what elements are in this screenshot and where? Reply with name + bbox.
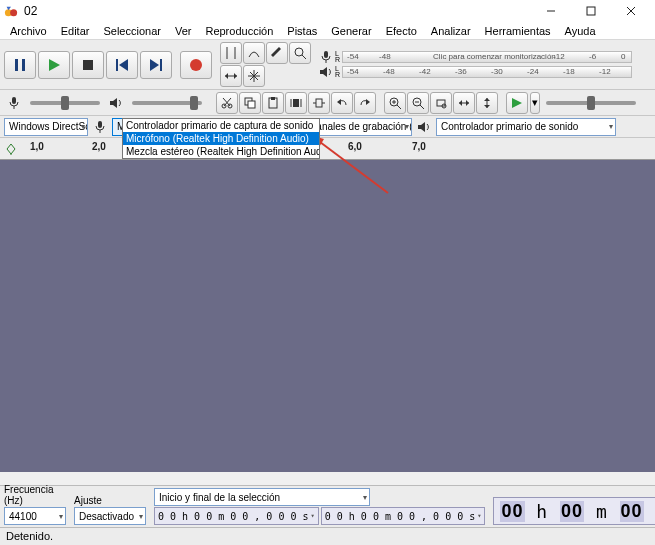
record-volume-slider[interactable] xyxy=(30,101,100,105)
svg-rect-29 xyxy=(12,97,16,104)
speaker-icon[interactable] xyxy=(319,66,333,78)
play-meter[interactable]: -54-48-42-36-30-24-18-12 xyxy=(342,66,632,78)
svg-line-18 xyxy=(302,55,306,59)
audio-position-time[interactable]: 00 h 00 m 00 s▾ xyxy=(493,497,655,525)
draw-tool[interactable] xyxy=(266,42,288,64)
skip-start-button[interactable] xyxy=(106,51,138,79)
play-volume-slider[interactable] xyxy=(132,101,202,105)
selection-tool[interactable] xyxy=(220,42,242,64)
device-toolbar: Windows DirectSou Micrófono (Realtek Hig… xyxy=(0,116,655,138)
mixer-edit-toolbar: ▾ xyxy=(0,90,655,116)
trim-button[interactable] xyxy=(285,92,307,114)
svg-rect-6 xyxy=(15,59,18,71)
maximize-button[interactable] xyxy=(571,0,611,22)
mic-vol-icon xyxy=(4,93,24,113)
cut-button[interactable] xyxy=(216,92,238,114)
copy-button[interactable] xyxy=(239,92,261,114)
pause-button[interactable] xyxy=(4,51,36,79)
multi-tool[interactable] xyxy=(243,65,265,87)
svg-marker-62 xyxy=(484,105,490,108)
edit-toolbar xyxy=(216,92,376,114)
svg-marker-63 xyxy=(512,98,522,108)
menu-seleccionar[interactable]: Seleccionar xyxy=(97,24,166,38)
tools-toolbar xyxy=(220,42,311,87)
menu-ver[interactable]: Ver xyxy=(169,24,198,38)
svg-rect-9 xyxy=(83,60,93,70)
titlebar: 02 xyxy=(0,0,655,22)
timeline-ruler[interactable]: 1,0 2,0 3,0 4,0 5,0 6,0 7,0 xyxy=(0,138,655,160)
menu-pistas[interactable]: Pistas xyxy=(281,24,323,38)
menu-editar[interactable]: Editar xyxy=(55,24,96,38)
bottom-panel: Frecuencia (Hz) 44100 Ajuste Desactivado… xyxy=(0,485,655,545)
svg-line-34 xyxy=(224,98,231,106)
timeshift-tool[interactable] xyxy=(220,65,242,87)
record-meter[interactable]: -54-48 Clic para comenzar monitorización… xyxy=(342,51,632,63)
menu-generar[interactable]: Generar xyxy=(325,24,377,38)
menu-reproduccion[interactable]: Reproducción xyxy=(199,24,279,38)
svg-line-51 xyxy=(397,105,401,109)
undo-button[interactable] xyxy=(331,92,353,114)
svg-point-17 xyxy=(295,48,303,56)
menu-analizar[interactable]: Analizar xyxy=(425,24,477,38)
svg-marker-59 xyxy=(466,100,469,106)
project-rate-combo[interactable]: 44100 xyxy=(4,507,66,525)
play-device-combo[interactable]: Controlador primario de sonido xyxy=(436,118,616,136)
play-button[interactable] xyxy=(38,51,70,79)
record-button[interactable] xyxy=(180,51,212,79)
zoom-out-button[interactable] xyxy=(407,92,429,114)
envelope-tool[interactable] xyxy=(243,42,265,64)
redo-button[interactable] xyxy=(354,92,376,114)
svg-marker-20 xyxy=(225,73,228,79)
dropdown-option[interactable]: Controlador primario de captura de sonid… xyxy=(123,119,319,132)
svg-rect-3 xyxy=(587,7,595,15)
meters: LR -54-48 Clic para comenzar monitorizac… xyxy=(319,50,632,79)
play-at-speed-menu[interactable]: ▾ xyxy=(530,92,540,114)
svg-point-1 xyxy=(10,9,17,16)
svg-marker-28 xyxy=(320,67,327,77)
snap-combo[interactable]: Desactivado xyxy=(74,507,146,525)
play-at-speed-button[interactable] xyxy=(506,92,528,114)
stop-button[interactable] xyxy=(72,51,104,79)
menu-herramientas[interactable]: Herramientas xyxy=(479,24,557,38)
zoom-toggle-button[interactable] xyxy=(476,92,498,114)
track-area[interactable] xyxy=(0,160,655,472)
dropdown-option[interactable]: Mezcla estéreo (Realtek High Definition … xyxy=(123,145,319,158)
svg-marker-13 xyxy=(150,59,159,71)
speaker-icon xyxy=(414,117,434,137)
svg-rect-12 xyxy=(160,59,162,71)
meter-lr: LR xyxy=(335,66,340,78)
play-vol-icon xyxy=(106,93,126,113)
close-button[interactable] xyxy=(611,0,651,22)
paste-button[interactable] xyxy=(262,92,284,114)
zoom-in-button[interactable] xyxy=(384,92,406,114)
freq-label: Frecuencia (Hz) xyxy=(4,484,66,506)
meter-lr: LR xyxy=(335,51,340,63)
selection-mode-combo[interactable]: Inicio y final de la selección xyxy=(154,488,370,506)
silence-button[interactable] xyxy=(308,92,330,114)
minimize-button[interactable] xyxy=(531,0,571,22)
svg-marker-11 xyxy=(119,59,128,71)
svg-point-14 xyxy=(190,59,202,71)
selection-end-time[interactable]: 0 0 h 0 0 m 0 0 , 0 0 0 s xyxy=(321,507,486,525)
fit-project-button[interactable] xyxy=(453,92,475,114)
svg-rect-10 xyxy=(116,59,118,71)
zoom-tool[interactable] xyxy=(289,42,311,64)
svg-marker-58 xyxy=(459,100,462,106)
svg-rect-64 xyxy=(98,121,102,128)
timeline-pin-icon[interactable] xyxy=(0,138,22,159)
svg-rect-39 xyxy=(271,97,275,100)
selection-start-time[interactable]: 0 0 h 0 0 m 0 0 , 0 0 0 s xyxy=(154,507,319,525)
play-speed-slider[interactable] xyxy=(546,101,636,105)
audio-host-combo[interactable]: Windows DirectSou xyxy=(4,118,88,136)
menu-ayuda[interactable]: Ayuda xyxy=(559,24,602,38)
mic-icon xyxy=(90,117,110,137)
svg-rect-55 xyxy=(437,100,445,106)
mic-icon[interactable] xyxy=(319,51,333,63)
menu-efecto[interactable]: Efecto xyxy=(380,24,423,38)
svg-rect-7 xyxy=(22,59,25,71)
menu-archivo[interactable]: Archivo xyxy=(4,24,53,38)
fit-selection-button[interactable] xyxy=(430,92,452,114)
svg-marker-46 xyxy=(337,99,341,105)
dropdown-option[interactable]: Micrófono (Realtek High Definition Audio… xyxy=(123,132,319,145)
skip-end-button[interactable] xyxy=(140,51,172,79)
